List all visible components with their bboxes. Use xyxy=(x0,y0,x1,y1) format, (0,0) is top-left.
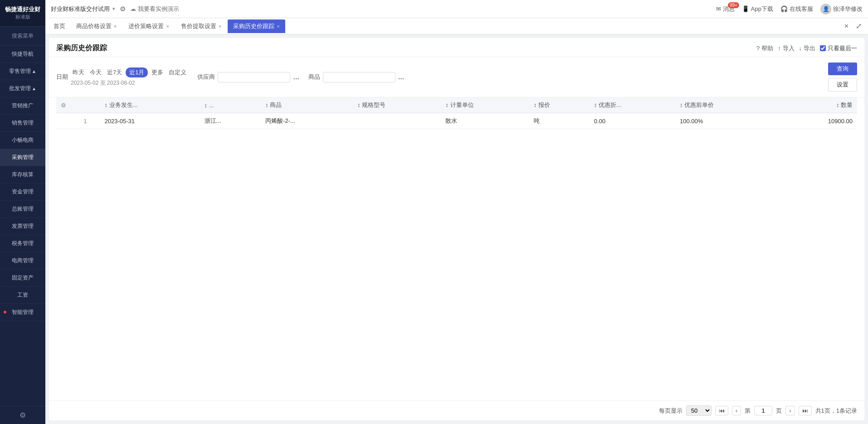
supplier-more-icon[interactable]: ... xyxy=(293,73,299,81)
date-opt-1month[interactable]: 近1月 xyxy=(126,67,148,77)
col-unit-label: ↕ 计量单位 xyxy=(445,101,473,108)
sidebar-item-smart[interactable]: 智能管理 xyxy=(0,304,45,321)
demo-button[interactable]: ☁ 我要看实例演示 xyxy=(130,5,179,13)
message-badge: 99+ xyxy=(728,2,739,8)
col-price[interactable]: ↕ 报价 xyxy=(529,97,590,113)
logo-subtitle: 标准版 xyxy=(4,14,42,20)
col-quantity[interactable]: ↕ 数量 xyxy=(777,97,857,113)
sidebar-item-retail[interactable]: 零售管理 ▲ xyxy=(0,63,45,80)
query-button[interactable]: 查询 xyxy=(828,63,857,75)
page-input[interactable] xyxy=(754,406,772,415)
online-service-button[interactable]: 🎧 在线客服 xyxy=(780,5,813,13)
tab-sale-price[interactable]: 售价提取设置 × xyxy=(176,19,227,33)
help-button[interactable]: ? 帮助 xyxy=(756,44,773,53)
date-options-group: 昨天 今天 近7天 近1月 更多 自定义 2023-05-02 至 2023-0… xyxy=(71,67,188,87)
messages-button[interactable]: ✉ 消息 99+ xyxy=(716,5,735,13)
row-biz-date: 2023-05-31 xyxy=(104,118,135,125)
page-actions: ? 帮助 ↑ 导入 ↓ 导出 只看最后一 xyxy=(756,44,857,53)
row-spec-cell xyxy=(353,113,441,129)
sales-label: 销售管理 xyxy=(12,119,34,127)
sidebar-item-ecommerce-small[interactable]: 小畅电商 xyxy=(0,132,45,149)
col-spec[interactable]: ↕ 规格型号 xyxy=(353,97,441,113)
col-pre-discount-price[interactable]: ↕ 优惠前单价 xyxy=(675,97,777,113)
last-page-button[interactable]: ⏭ xyxy=(799,406,812,415)
user-menu[interactable]: 👤 徐泽华修改 xyxy=(820,4,863,14)
tab-price[interactable]: 商品价格设置 × xyxy=(71,19,122,33)
sidebar-item-fixed-assets[interactable]: 固定资产 xyxy=(0,270,45,287)
supplier-filter-label: 供应商 xyxy=(197,73,215,81)
sidebar-item-finance[interactable]: 资金管理 xyxy=(0,183,45,201)
sidebar-item-quick-nav[interactable]: 快捷导航 xyxy=(0,46,45,63)
tab-purchase-strategy-close-icon[interactable]: × xyxy=(166,24,169,29)
column-settings-icon[interactable]: ⚙ xyxy=(61,102,66,109)
tab-home[interactable]: 首页 xyxy=(49,19,70,33)
sidebar-item-invoice[interactable]: 发票管理 xyxy=(0,218,45,235)
col-unit[interactable]: ↕ 计量单位 xyxy=(441,97,529,113)
only-last-label: 只看最后一 xyxy=(828,44,857,53)
row-discount: 100.00% xyxy=(680,118,703,125)
topbar-settings-icon[interactable]: ⚙ xyxy=(120,5,126,13)
goods-input[interactable] xyxy=(323,72,395,82)
sidebar-item-accounting[interactable]: 总账管理 xyxy=(0,201,45,218)
tab-purchase-strategy-label: 进价策略设置 xyxy=(128,22,164,30)
tabbar-expand-icon[interactable]: ⤢ xyxy=(853,21,864,31)
product-selector[interactable]: 好业财标准版交付试用 ▾ xyxy=(51,5,115,13)
col-biz-date[interactable]: ↕ 业务发生... xyxy=(100,97,200,113)
sidebar-item-purchase[interactable]: 采购管理 xyxy=(0,149,45,166)
supplier-input[interactable] xyxy=(218,72,290,82)
goods-filter-label: 商品 xyxy=(308,73,320,81)
page-header: 采购历史价跟踪 ? 帮助 ↑ 导入 ↓ 导出 只看最后一 xyxy=(49,38,864,57)
sidebar-item-marketing[interactable]: 营销推广 xyxy=(0,97,45,115)
tab-history-price[interactable]: 采购历史价跟踪 × xyxy=(228,19,285,33)
sidebar-item-wholesale[interactable]: 批发管理 ▲ xyxy=(0,80,45,97)
prev-page-button[interactable]: ‹ xyxy=(732,406,741,415)
app-download-button[interactable]: 📱 App下载 xyxy=(742,5,773,13)
tab-purchase-strategy[interactable]: 进价策略设置 × xyxy=(123,19,174,33)
search-menu-label[interactable]: 搜索菜单 xyxy=(4,30,42,42)
sidebar-item-inventory[interactable]: 库存核算 xyxy=(0,166,45,183)
date-opt-more[interactable]: 更多 xyxy=(150,67,165,77)
import-button[interactable]: ↑ 导入 xyxy=(778,44,795,53)
sidebar-item-sales[interactable]: 销售管理 xyxy=(0,115,45,132)
col-discount-label: ↕ 优惠折... xyxy=(594,101,621,108)
per-page-select[interactable]: 50 10 20 100 xyxy=(686,405,712,416)
col-goods[interactable]: ↕ 商品 xyxy=(261,97,353,113)
date-opt-yesterday[interactable]: 昨天 xyxy=(71,67,86,77)
first-page-button[interactable]: ⏮ xyxy=(715,406,728,415)
col-more-label: ↕ ... xyxy=(205,102,214,109)
sidebar-item-ecommerce[interactable]: 电商管理 xyxy=(0,252,45,270)
supplier-filter-group: 供应商 ... xyxy=(197,72,299,82)
sidebar-item-tax[interactable]: 税务管理 xyxy=(0,235,45,252)
row-settings-cell xyxy=(56,113,71,129)
col-quantity-label: ↕ 数量 xyxy=(836,101,853,108)
row-unit: 散水 xyxy=(445,117,457,124)
col-biz-date-label: ↕ 业务发生... xyxy=(104,101,137,108)
only-last-checkbox[interactable] xyxy=(820,45,826,51)
message-icon: ✉ xyxy=(716,5,721,12)
row-supplier-cell: 浙江... xyxy=(200,113,261,129)
col-spec-label: ↕ 规格型号 xyxy=(357,101,385,108)
wholesale-arrow: ▲ xyxy=(32,86,36,91)
goods-more-icon[interactable]: ... xyxy=(398,73,404,81)
tab-sale-price-close-icon[interactable]: × xyxy=(219,24,221,29)
tab-price-close-icon[interactable]: × xyxy=(114,24,117,29)
date-opt-custom[interactable]: 自定义 xyxy=(167,67,188,77)
filter-settings-button[interactable]: 设置 xyxy=(828,78,857,92)
next-page-button[interactable]: › xyxy=(785,406,795,415)
filter-buttons: 查询 设置 xyxy=(828,63,857,92)
table-row: 1 2023-05-31 浙江... 丙烯酸-2-... xyxy=(56,113,857,129)
sidebar-settings-icon[interactable]: ⚙ xyxy=(20,411,26,419)
row-price-unit: 吨 xyxy=(534,117,540,124)
date-opt-7days[interactable]: 近7天 xyxy=(105,67,124,77)
sidebar-item-payroll[interactable]: 工资 xyxy=(0,287,45,304)
col-discount[interactable]: ↕ 优惠折... xyxy=(590,97,675,113)
col-more[interactable]: ↕ ... xyxy=(200,97,261,113)
row-discount-cell: 100.00% xyxy=(675,113,777,129)
table-header-row: ⚙ ↕ 业务发生... ↕ ... ↕ 商品 ↕ 规格 xyxy=(56,97,857,113)
tabbar-close-button[interactable]: × xyxy=(842,21,851,31)
marketing-label: 营销推广 xyxy=(12,102,34,110)
date-opt-today[interactable]: 今天 xyxy=(88,67,103,77)
tab-history-price-close-icon[interactable]: × xyxy=(277,24,279,29)
row-num-cell: 1 xyxy=(71,113,100,129)
export-button[interactable]: ↓ 导出 xyxy=(799,44,816,53)
